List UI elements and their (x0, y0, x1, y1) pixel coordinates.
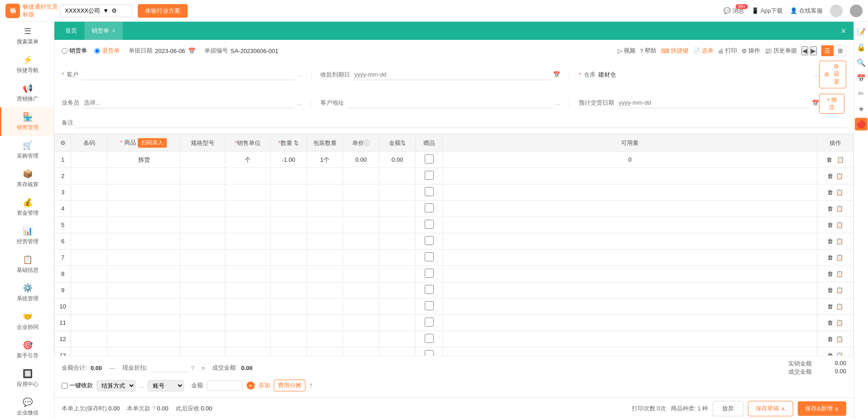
row-gift-checkbox-11[interactable] (425, 318, 434, 327)
qty-sort-icon[interactable]: ⇅ (294, 140, 299, 146)
row-pack-qty-4[interactable] (307, 201, 343, 217)
payment-method-dots[interactable]: ... (139, 382, 144, 389)
expense-split-button[interactable]: 费用分摊 (274, 380, 305, 391)
row-unit-12[interactable] (225, 331, 271, 347)
row-price-4[interactable] (343, 201, 379, 217)
row-qty-11[interactable] (271, 315, 307, 331)
row-spec-7[interactable] (180, 250, 225, 266)
row-unit-4[interactable] (225, 201, 271, 217)
row-barcode-10[interactable] (71, 299, 107, 315)
col-header-settings[interactable]: ⚙ (55, 135, 71, 152)
help-btn[interactable]: ? 帮助 (640, 47, 656, 55)
row-amount-4[interactable] (379, 201, 416, 217)
row-pack-qty-7[interactable] (307, 250, 343, 266)
scan-button[interactable]: 扫码录入 (138, 138, 167, 148)
customer-input[interactable] (81, 69, 294, 80)
operate-btn[interactable]: ⚙ 操作 (742, 47, 760, 55)
discount-input[interactable] (151, 363, 188, 372)
row-copy-12[interactable]: 📋 (836, 336, 843, 342)
row-gift-5[interactable] (416, 217, 443, 233)
right-panel-star-icon[interactable]: ★ (855, 102, 868, 115)
row-price-7[interactable] (343, 250, 379, 266)
row-product-9[interactable] (107, 282, 180, 299)
row-gift-checkbox-6[interactable] (425, 236, 434, 245)
row-price-11[interactable] (343, 315, 379, 331)
row-copy-1[interactable]: 📋 (837, 156, 844, 163)
row-gift-checkbox-2[interactable] (425, 171, 434, 180)
row-barcode-7[interactable] (71, 250, 107, 266)
message-btn[interactable]: 💬 消息 99+ (723, 7, 744, 15)
user-avatar2[interactable] (850, 5, 863, 17)
radio-sales-input[interactable] (62, 48, 68, 54)
company-selector[interactable]: XXXXXX公司 ▼ ⚙ (60, 5, 132, 17)
row-unit-8[interactable] (225, 266, 271, 282)
sidebar-item-marketing[interactable]: 📢 营销推广 (0, 79, 54, 107)
address-input[interactable] (347, 97, 553, 108)
row-product-7[interactable] (107, 250, 180, 266)
row-amount-11[interactable] (379, 315, 416, 331)
tab-sales-order[interactable]: 销货单 × (84, 22, 123, 40)
row-qty-2[interactable] (271, 168, 307, 184)
row-amount-10[interactable] (379, 299, 416, 315)
row-spec-11[interactable] (180, 315, 225, 331)
row-product-12[interactable] (107, 331, 180, 347)
right-panel-calendar-icon[interactable]: 📅 (855, 72, 868, 84)
row-spec-6[interactable] (180, 233, 225, 250)
row-amount-3[interactable] (379, 184, 416, 201)
row-delete-4[interactable]: 🗑 (827, 205, 833, 212)
row-pack-qty-12[interactable] (307, 331, 343, 347)
row-unit-5[interactable] (225, 217, 271, 233)
one-key-payment-checkbox[interactable]: 一键收款 (62, 381, 93, 390)
row-amount-5[interactable] (379, 217, 416, 233)
salesperson-dots[interactable]: ... (297, 100, 302, 106)
row-spec-10[interactable] (180, 299, 225, 315)
row-qty-10[interactable] (271, 299, 307, 315)
row-spec-9[interactable] (180, 282, 225, 299)
row-amount-7[interactable] (379, 250, 416, 266)
app-download-btn[interactable]: 📱 App下载 (752, 7, 783, 15)
row-gift-8[interactable] (416, 266, 443, 282)
sidebar-item-basic-info[interactable]: 📋 基础信息 (0, 250, 54, 279)
row-spec-12[interactable] (180, 331, 225, 347)
history-btn[interactable]: 📰 历史单据 (765, 47, 797, 55)
tab-close-button[interactable]: ✕ (840, 27, 846, 35)
row-copy-11[interactable]: 📋 (836, 319, 843, 326)
row-copy-6[interactable]: 📋 (836, 238, 843, 245)
row-unit-3[interactable] (225, 184, 271, 201)
row-delete-2[interactable]: 🗑 (827, 173, 833, 179)
row-pack-qty-3[interactable] (307, 184, 343, 201)
row-qty-5[interactable] (271, 217, 307, 233)
row-qty-1[interactable]: -1.00 (271, 152, 307, 168)
discard-button[interactable]: 放弃 (713, 401, 743, 416)
right-panel-notes-icon[interactable]: 📝 (855, 25, 868, 38)
video-btn[interactable]: ▷ 视频 (618, 47, 635, 55)
row-gift-7[interactable] (416, 250, 443, 266)
right-panel-search-icon[interactable]: 🔍 (855, 56, 868, 69)
row-gift-checkbox-8[interactable] (425, 269, 434, 278)
row-delete-9[interactable]: 🗑 (827, 287, 833, 294)
row-qty-7[interactable] (271, 250, 307, 266)
row-barcode-5[interactable] (71, 217, 107, 233)
row-delete-5[interactable]: 🗑 (827, 222, 833, 228)
row-delete-1[interactable]: 🗑 (826, 156, 832, 163)
row-amount-13[interactable] (379, 347, 416, 356)
sidebar-item-search[interactable]: ☰ 搜索菜单 (0, 22, 54, 50)
row-amount-9[interactable] (379, 282, 416, 299)
row-copy-8[interactable]: 📋 (836, 270, 843, 277)
list-view-btn[interactable]: ☰ (821, 45, 834, 56)
calendar-icon[interactable]: 📅 (188, 48, 195, 54)
account-select[interactable]: 账号 (148, 380, 184, 391)
row-amount-1[interactable]: 0.00 (379, 152, 416, 168)
save-draft-button[interactable]: 保存草稿 ∧ (748, 401, 793, 416)
row-copy-9[interactable]: 📋 (836, 287, 843, 294)
row-qty-3[interactable] (271, 184, 307, 201)
row-pack-qty-9[interactable] (307, 282, 343, 299)
sidebar-item-app-center[interactable]: 🔲 应用中心 (0, 364, 54, 393)
shortcut-btn[interactable]: ⌨ 快捷键 (661, 47, 689, 55)
amount-sort-icon[interactable]: ⇅ (401, 140, 406, 146)
tab-close-icon[interactable]: × (112, 27, 116, 34)
row-qty-9[interactable] (271, 282, 307, 299)
sidebar-item-operations[interactable]: 📊 经营管理 (0, 222, 54, 250)
row-product-13[interactable] (107, 347, 180, 356)
row-delete-6[interactable]: 🗑 (827, 238, 833, 245)
